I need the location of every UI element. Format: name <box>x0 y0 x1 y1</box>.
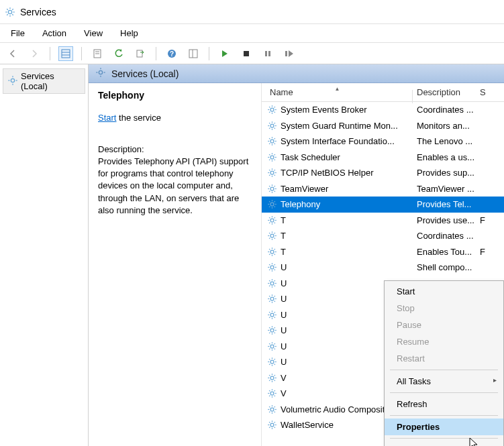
toolbar: ? <box>0 43 504 64</box>
properties-button[interactable] <box>90 46 105 61</box>
svg-line-5 <box>7 9 7 9</box>
gear-icon <box>266 404 278 414</box>
column-header-name[interactable]: ▲ Name <box>262 87 413 97</box>
svg-rect-21 <box>265 51 267 56</box>
back-button[interactable] <box>5 46 20 61</box>
service-row[interactable]: UShell compo... <box>262 260 504 276</box>
menubar: File Action View Help <box>0 24 504 43</box>
svg-line-58 <box>274 144 274 144</box>
svg-point-169 <box>270 345 274 348</box>
list-view-button[interactable] <box>186 46 201 61</box>
service-row[interactable]: TCoordinates ... <box>262 228 504 244</box>
column-header-status[interactable]: S <box>480 87 493 97</box>
svg-line-203 <box>269 396 270 396</box>
service-row[interactable]: Task SchedulerEnables a us... <box>262 150 504 166</box>
start-service-button[interactable] <box>217 46 232 61</box>
pause-service-button[interactable] <box>260 46 275 61</box>
svg-line-7 <box>7 14 7 15</box>
svg-point-205 <box>270 408 274 411</box>
details-view-button[interactable] <box>58 46 73 61</box>
service-description: Enables Tou... <box>413 247 477 257</box>
service-description: Monitors an... <box>413 121 477 131</box>
menu-action[interactable]: Action <box>34 25 74 41</box>
gear-icon <box>266 325 278 335</box>
service-description: TeamViewer ... <box>413 184 477 194</box>
menu-separator <box>390 415 498 416</box>
svg-point-0 <box>8 10 11 13</box>
svg-line-211 <box>274 411 274 412</box>
export-button[interactable] <box>133 46 148 61</box>
service-description: Provides use... <box>413 215 477 225</box>
gear-icon <box>266 168 278 178</box>
svg-line-185 <box>269 364 270 365</box>
context-refresh[interactable]: Refresh <box>385 396 503 412</box>
svg-line-210 <box>269 406 270 407</box>
svg-point-196 <box>270 392 274 395</box>
service-row[interactable]: TelephonyProvides Tel... <box>262 197 504 213</box>
gear-icon <box>266 357 278 367</box>
svg-line-177 <box>274 343 274 344</box>
service-name: TCP/IP NetBIOS Helper <box>281 168 413 178</box>
svg-line-75 <box>269 170 270 170</box>
svg-rect-22 <box>268 51 270 56</box>
sort-indicator-icon: ▲ <box>335 86 340 92</box>
context-help[interactable]: Help <box>385 441 503 446</box>
svg-line-167 <box>269 333 270 333</box>
service-name: T <box>281 231 413 241</box>
gear-icon <box>266 278 278 288</box>
gear-icon <box>266 152 278 162</box>
tree-pane: Services (Local) <box>0 64 89 446</box>
stop-service-button[interactable] <box>239 46 254 61</box>
service-row[interactable]: TProvides use...F <box>262 213 504 229</box>
svg-line-175 <box>274 348 274 349</box>
toolbar-separator <box>81 47 82 60</box>
context-stop: Stop <box>385 300 503 317</box>
svg-line-111 <box>269 233 270 233</box>
refresh-button[interactable] <box>111 46 126 61</box>
svg-line-138 <box>269 280 270 281</box>
service-row[interactable]: System Events BrokerCoordinates ... <box>262 102 504 118</box>
gear-icon <box>266 262 278 272</box>
svg-line-130 <box>274 270 274 270</box>
svg-line-41 <box>269 112 270 113</box>
menu-file[interactable]: File <box>3 25 33 41</box>
context-start[interactable]: Start <box>385 283 503 300</box>
svg-line-66 <box>269 154 270 155</box>
svg-line-212 <box>269 411 270 412</box>
tree-root-services-local[interactable]: Services (Local) <box>3 68 85 94</box>
service-row[interactable]: TCP/IP NetBIOS HelperProvides sup... <box>262 165 504 181</box>
svg-line-60 <box>274 138 274 139</box>
help-button[interactable]: ? <box>164 46 179 61</box>
forward-button[interactable] <box>27 46 42 61</box>
service-row[interactable]: System Guard Runtime Mon...Monitors an..… <box>262 118 504 134</box>
service-row[interactable]: TEnables Tou...F <box>262 244 504 260</box>
svg-line-114 <box>274 233 274 233</box>
context-menu: Start Stop Pause Resume Restart All Task… <box>384 280 504 446</box>
svg-line-213 <box>274 406 274 407</box>
toolbar-separator <box>209 47 209 60</box>
start-service-link[interactable]: Start <box>98 113 116 123</box>
gear-icon <box>266 420 278 430</box>
gear-icon <box>266 105 278 115</box>
svg-line-193 <box>274 380 274 380</box>
svg-line-141 <box>274 280 274 281</box>
svg-line-49 <box>274 127 274 128</box>
menu-view[interactable]: View <box>76 25 111 41</box>
selected-service-name: Telephony <box>98 90 252 101</box>
svg-line-139 <box>274 285 274 286</box>
column-name-label: Name <box>270 87 293 97</box>
svg-line-184 <box>274 364 274 365</box>
service-row[interactable]: TeamViewerTeamViewer ... <box>262 181 504 197</box>
menu-help[interactable]: Help <box>112 25 146 41</box>
context-all-tasks[interactable]: All Tasks <box>385 373 503 390</box>
app-icon <box>4 6 16 18</box>
service-row[interactable]: System Interface Foundatio...The Lenovo … <box>262 133 504 150</box>
service-description: Shell compo... <box>413 262 477 272</box>
svg-line-158 <box>269 317 270 317</box>
service-action-line: Start the service <box>98 113 252 123</box>
context-properties[interactable]: Properties <box>385 419 503 435</box>
column-header-description[interactable]: Description <box>413 87 480 97</box>
restart-service-button[interactable] <box>282 46 297 61</box>
svg-line-157 <box>274 317 274 317</box>
svg-line-51 <box>274 123 274 123</box>
